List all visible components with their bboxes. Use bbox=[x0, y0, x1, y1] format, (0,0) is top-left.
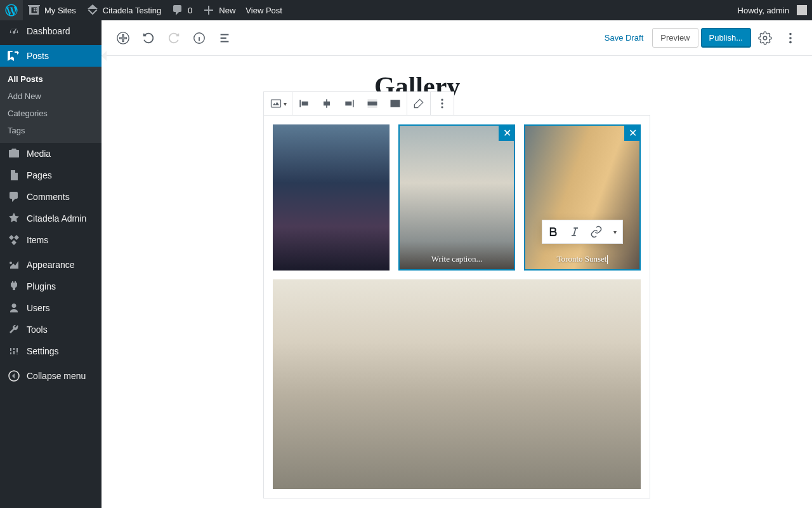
svg-point-2 bbox=[789, 32, 792, 35]
new-label: New bbox=[219, 6, 235, 15]
svg-rect-5 bbox=[271, 100, 280, 107]
gallery-item-3[interactable]: ✕ ▾ Toronto Sunset bbox=[524, 124, 641, 271]
submenu-add-new[interactable]: Add New bbox=[0, 88, 102, 105]
gallery-item-1[interactable] bbox=[273, 124, 390, 271]
gallery-image bbox=[398, 124, 515, 271]
view-post-link[interactable]: View Post bbox=[240, 0, 287, 20]
menu-posts[interactable]: Posts bbox=[0, 45, 102, 67]
save-draft-button[interactable]: Save Draft bbox=[598, 28, 650, 48]
svg-point-8 bbox=[441, 106, 443, 108]
posts-submenu: All Posts Add New Categories Tags bbox=[0, 67, 102, 143]
align-center-button[interactable] bbox=[315, 92, 338, 115]
publish-button[interactable]: Publish... bbox=[701, 28, 751, 48]
menu-citadela[interactable]: Citadela Admin bbox=[0, 208, 102, 229]
menu-media[interactable]: Media bbox=[0, 143, 102, 164]
admin-bar: My Sites Citadela Testing 0 New View Pos… bbox=[0, 0, 812, 20]
more-button[interactable] bbox=[779, 27, 802, 50]
preview-button[interactable]: Preview bbox=[652, 28, 698, 48]
menu-appearance[interactable]: Appearance bbox=[0, 254, 102, 276]
editor: Save Draft Preview Publish... Gallery ▾ bbox=[102, 20, 812, 508]
link-button[interactable] bbox=[586, 220, 607, 243]
submenu-categories[interactable]: Categories bbox=[0, 105, 102, 122]
my-sites-label: My Sites bbox=[44, 6, 76, 15]
svg-point-4 bbox=[789, 41, 792, 43]
submenu-tags[interactable]: Tags bbox=[0, 122, 102, 139]
menu-items[interactable]: Items bbox=[0, 229, 102, 251]
view-post-label: View Post bbox=[246, 6, 282, 15]
gallery-item-2[interactable]: ✕ Write caption... bbox=[398, 124, 515, 271]
submenu-all-posts[interactable]: All Posts bbox=[0, 70, 102, 88]
outline-button[interactable] bbox=[213, 27, 236, 50]
svg-point-7 bbox=[441, 102, 443, 104]
site-name-label: Citadela Testing bbox=[103, 6, 161, 15]
menu-users[interactable]: Users bbox=[0, 297, 102, 319]
block-type-button[interactable]: ▾ bbox=[264, 92, 292, 115]
align-full-button[interactable] bbox=[384, 92, 407, 115]
add-block-button[interactable] bbox=[112, 27, 134, 50]
remove-image-button[interactable]: ✕ bbox=[624, 124, 641, 141]
wp-logo[interactable] bbox=[0, 0, 23, 20]
remove-image-button[interactable]: ✕ bbox=[499, 124, 515, 141]
my-sites-link[interactable]: My Sites bbox=[23, 0, 81, 20]
undo-button[interactable] bbox=[137, 27, 160, 50]
align-left-button[interactable] bbox=[292, 92, 315, 115]
dropdown-button[interactable]: ▾ bbox=[607, 220, 622, 243]
menu-pages[interactable]: Pages bbox=[0, 164, 102, 186]
gallery-image bbox=[524, 124, 641, 271]
block-toolbar: ▾ bbox=[263, 91, 454, 116]
block-more-button[interactable] bbox=[431, 92, 454, 115]
menu-plugins[interactable]: Plugins bbox=[0, 276, 102, 297]
howdy-label: Howdy, admin bbox=[738, 6, 789, 15]
align-wide-button[interactable] bbox=[361, 92, 384, 115]
avatar bbox=[797, 5, 807, 15]
italic-button[interactable] bbox=[564, 220, 586, 243]
svg-point-3 bbox=[789, 37, 792, 39]
gallery-image bbox=[273, 279, 641, 489]
menu-dashboard[interactable]: Dashboard bbox=[0, 20, 102, 42]
menu-settings[interactable]: Settings bbox=[0, 340, 102, 362]
editor-header: Save Draft Preview Publish... bbox=[102, 20, 812, 56]
menu-comments[interactable]: Comments bbox=[0, 186, 102, 208]
redo-button[interactable] bbox=[162, 27, 185, 50]
gallery-image bbox=[273, 124, 390, 271]
new-link[interactable]: New bbox=[197, 0, 240, 20]
comments-count: 0 bbox=[188, 6, 192, 15]
gallery-block[interactable]: ✕ Write caption... ✕ ▾ bbox=[263, 115, 650, 498]
howdy-link[interactable]: Howdy, admin bbox=[733, 0, 812, 20]
site-name-link[interactable]: Citadela Testing bbox=[81, 0, 166, 20]
menu-collapse[interactable]: Collapse menu bbox=[0, 365, 102, 387]
comments-link[interactable]: 0 bbox=[166, 0, 197, 20]
align-right-button[interactable] bbox=[338, 92, 361, 115]
admin-sidebar: Dashboard Posts All Posts Add New Catego… bbox=[0, 20, 102, 508]
settings-button[interactable] bbox=[754, 27, 776, 50]
svg-point-6 bbox=[441, 99, 443, 101]
bold-button[interactable] bbox=[542, 220, 564, 243]
menu-tools[interactable]: Tools bbox=[0, 319, 102, 340]
caption-placeholder[interactable]: Write caption... bbox=[398, 254, 515, 264]
info-button[interactable] bbox=[188, 27, 211, 50]
edit-button[interactable] bbox=[407, 92, 430, 115]
gallery-item-4[interactable] bbox=[273, 279, 641, 489]
caption-input[interactable]: Toronto Sunset bbox=[524, 254, 641, 264]
richtext-toolbar: ▾ bbox=[542, 220, 623, 244]
